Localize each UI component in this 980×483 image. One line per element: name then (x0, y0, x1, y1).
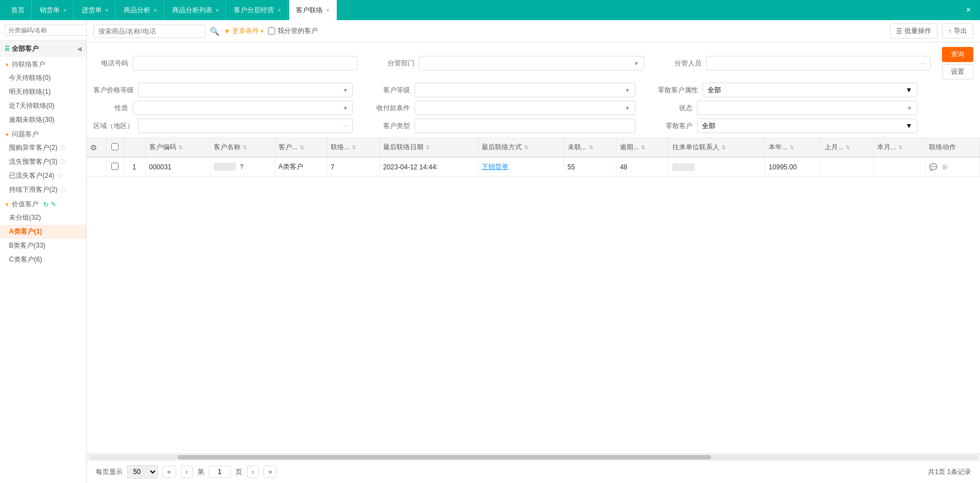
td-this-year: 10995.00 (765, 157, 821, 177)
table-gear-icon[interactable]: ⚙ (90, 143, 97, 152)
sidebar-item-a-class[interactable]: A类客户(1) (0, 225, 86, 239)
close-product-analysis-tab[interactable]: × (154, 7, 157, 13)
sidebar-item-7days[interactable]: 近7天待联络(0) (0, 99, 86, 113)
nav-tab-product-list[interactable]: 商品分析列表 × (166, 0, 227, 20)
sidebar-item-abnormal[interactable]: 囤购异常客户(2) ⓘ (0, 141, 86, 155)
customer-type-select[interactable] (414, 119, 635, 133)
my-customers-checkbox-label[interactable]: 我分管的客户 (268, 26, 318, 36)
close-customer-contact-tab[interactable]: × (326, 7, 329, 13)
bulk-op-icon: ☰ (896, 27, 902, 35)
per-page-select[interactable]: 50 100 200 (127, 465, 158, 479)
content-area: 🔍 ▼ 更多条件 ▾ 我分管的客户 ☰ 批量操作 ↑ 导出 (87, 20, 980, 483)
close-product-list-tab[interactable]: × (216, 7, 219, 13)
action-chat-icon[interactable]: 💬 (929, 163, 937, 171)
nav-tab-purchase[interactable]: 进货单 × (75, 0, 116, 20)
customer-grade-select[interactable]: ▼ (414, 83, 635, 97)
sort-ctype-icon[interactable]: ⇅ (300, 145, 304, 150)
first-page-btn[interactable]: « (162, 466, 176, 478)
close-purchase-tab[interactable]: × (105, 7, 109, 13)
sort-year-icon[interactable]: ⇅ (790, 145, 794, 150)
sort-name-icon[interactable]: ⇅ (243, 145, 247, 150)
status-select[interactable]: ▼ (697, 101, 917, 115)
nav-tab-customer-contact[interactable]: 客户联络 × (289, 0, 337, 20)
retail-customer-label: 零散客户 (658, 121, 697, 131)
sidebar-search-input[interactable] (4, 25, 87, 36)
last-page-btn[interactable]: » (263, 466, 277, 478)
sidebar-search-area: 🔍 (0, 20, 86, 41)
close-sales-tab[interactable]: × (63, 7, 67, 13)
sidebar-item-warning[interactable]: 流失预警客户(3) ⓘ (0, 155, 86, 169)
dept-select[interactable]: ▼ (419, 56, 644, 70)
sort-date-icon[interactable]: ⇅ (426, 145, 430, 150)
filter-row-4: 区域（地区） ··· 客户类型 零散客户 (93, 119, 973, 133)
sidebar-group-problem: ▼ 问题客户 (0, 127, 86, 141)
total-records-label: 共1页 1条记录 (928, 467, 971, 477)
sidebar-collapse-icon: ◀ (77, 46, 82, 52)
horizontal-scrollbar[interactable] (87, 453, 980, 460)
table-container: ⚙ 客户编码 ⇅ (87, 138, 980, 453)
sidebar-all-customers[interactable]: ⠿ 全部客户 ◀ (0, 41, 86, 57)
sidebar-item-declining[interactable]: 持续下滑客户(2) ⓘ (0, 183, 86, 197)
sidebar-item-lost[interactable]: 已流失客户(24) ⓘ (0, 169, 86, 183)
region-label: 区域（地区） (93, 121, 138, 131)
nav-tab-product-analysis[interactable]: 商品分析 × (117, 0, 164, 20)
bulk-op-button[interactable]: ☰ 批量操作 (890, 23, 937, 39)
customer-grade-label: 客户等级 (375, 86, 414, 95)
sort-code-icon[interactable]: ⇅ (178, 145, 183, 150)
page-number-input[interactable] (209, 466, 231, 478)
price-grade-select[interactable]: ▼ (138, 83, 353, 97)
td-last-method: 下销货单 (478, 157, 564, 177)
sort-unc-icon[interactable]: ⇅ (589, 145, 593, 150)
sidebar-item-overdue[interactable]: 逾期未联络(30) (0, 113, 86, 127)
sort-method-icon[interactable]: ⇅ (524, 145, 529, 150)
sidebar-item-c-class[interactable]: C类客户(6) (0, 253, 86, 267)
edit-value-icon[interactable]: ✎ (51, 201, 56, 208)
th-contact-person: 往来单位联系人 ⇅ (668, 138, 765, 157)
scrollbar-thumb[interactable] (178, 455, 711, 460)
sort-month-icon[interactable]: ⇅ (898, 145, 903, 150)
sort-lmonth-icon[interactable]: ⇅ (846, 145, 850, 150)
close-customer-layer-tab[interactable]: × (277, 7, 281, 13)
select-all-checkbox[interactable] (111, 143, 119, 150)
retail-customer-select[interactable]: 全部 ▼ (697, 119, 917, 133)
nature-select[interactable]: ▼ (133, 101, 353, 115)
sort-person-icon[interactable]: ⇅ (722, 145, 726, 150)
settings-button[interactable]: 设置 (942, 64, 973, 79)
sidebar-item-today[interactable]: 今天待联络(0) (0, 71, 86, 85)
phone-input[interactable] (133, 56, 357, 70)
region-select[interactable]: ··· (138, 119, 353, 133)
th-gear: ⚙ (87, 138, 106, 157)
prev-page-btn[interactable]: ‹ (181, 466, 193, 478)
query-button[interactable]: 查询 (942, 47, 973, 62)
retail-attr-select[interactable]: 全部 ▼ (703, 83, 917, 97)
td-contact-person: ████ (668, 157, 765, 177)
td-row-actions: 💬 ⊞ (926, 157, 980, 177)
filter-cell-region: 区域（地区） ··· (93, 119, 353, 133)
close-all-btn[interactable]: × (962, 5, 976, 15)
last-method-link[interactable]: 下销货单 (482, 163, 508, 171)
th-overdue: 逾期... ⇅ (616, 138, 669, 157)
td-overdue: 48 (616, 157, 669, 177)
person-select[interactable]: ··· (706, 56, 931, 70)
td-this-month (873, 157, 926, 177)
next-page-btn[interactable]: › (247, 466, 259, 478)
filter-bar: 🔍 ▼ 更多条件 ▾ 我分管的客户 ☰ 批量操作 ↑ 导出 (87, 20, 980, 42)
nav-tab-customer-layer[interactable]: 客户分层经营 × (227, 0, 288, 20)
action-qr-icon[interactable]: ⊞ (942, 163, 948, 171)
sidebar-item-ungraded[interactable]: 未分组(32) (0, 211, 86, 225)
payment-select[interactable]: ▼ (414, 101, 635, 115)
nav-tab-sales[interactable]: 销货单 × (33, 0, 74, 20)
more-conditions-btn[interactable]: ▼ 更多条件 ▾ (224, 26, 263, 36)
filter-search-icon[interactable]: 🔍 (210, 27, 219, 36)
row-checkbox[interactable] (111, 163, 119, 170)
sidebar-item-tomorrow[interactable]: 明天待联络(1) (0, 85, 86, 99)
export-button[interactable]: ↑ 导出 (942, 23, 973, 39)
sort-overdue-icon[interactable]: ⇅ (641, 145, 646, 150)
sidebar-item-b-class[interactable]: B类客户(33) (0, 239, 86, 253)
sort-contact-icon[interactable]: ⇅ (352, 145, 356, 150)
search-input[interactable] (93, 25, 205, 38)
refresh-value-icon[interactable]: ↻ (43, 201, 49, 209)
nav-tab-home[interactable]: 首页 (4, 0, 32, 20)
retail-attr-arrow: ▼ (906, 86, 912, 94)
my-customers-checkbox[interactable] (268, 27, 275, 35)
